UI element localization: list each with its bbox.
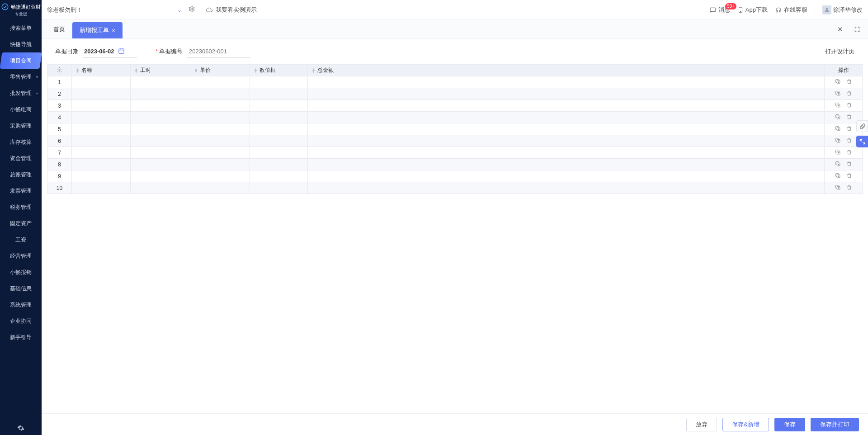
copy-row-icon[interactable] xyxy=(835,126,841,133)
col-total[interactable]: ▲▼总金额 xyxy=(308,65,825,76)
close-icon[interactable]: × xyxy=(112,27,115,34)
cell[interactable] xyxy=(131,147,190,159)
sidebar-item-9[interactable]: 总账管理 xyxy=(0,166,42,183)
chevron-down-icon[interactable]: ⌄ xyxy=(177,7,182,13)
doc-code-input[interactable] xyxy=(187,45,250,58)
cell[interactable] xyxy=(131,100,190,112)
sidebar-item-3[interactable]: 零售管理▾ xyxy=(0,69,42,85)
cell[interactable] xyxy=(190,135,250,147)
discard-button[interactable]: 放弃 xyxy=(686,418,717,431)
sidebar-item-12[interactable]: 固定资产 xyxy=(0,215,42,232)
cell[interactable] xyxy=(308,112,825,123)
sidebar-item-18[interactable]: 企业协同 xyxy=(0,313,42,329)
sidebar-item-4[interactable]: 批发管理▾ xyxy=(0,85,42,101)
cell[interactable] xyxy=(308,100,825,112)
cell[interactable] xyxy=(250,135,308,147)
col-time[interactable]: ▲▼工时 xyxy=(131,65,190,76)
cell[interactable] xyxy=(250,76,308,88)
cell[interactable] xyxy=(72,135,131,147)
sidebar-settings[interactable] xyxy=(0,421,42,435)
cell[interactable] xyxy=(308,159,825,170)
sidebar-item-5[interactable]: 小畅电商 xyxy=(0,101,42,118)
cell[interactable] xyxy=(72,100,131,112)
sidebar-item-10[interactable]: 发票管理 xyxy=(0,183,42,199)
cell[interactable] xyxy=(131,123,190,135)
cell[interactable] xyxy=(72,76,131,88)
cell[interactable] xyxy=(250,159,308,170)
sidebar-item-6[interactable]: 采购管理 xyxy=(0,118,42,134)
col-name[interactable]: ▲▼名称 xyxy=(72,65,131,76)
delete-row-icon[interactable] xyxy=(846,79,852,86)
online-support[interactable]: 在线客服 xyxy=(775,6,807,14)
user-menu[interactable]: 徐泽华修改 xyxy=(822,5,863,14)
cell[interactable] xyxy=(72,88,131,100)
cell[interactable] xyxy=(72,147,131,159)
cell[interactable] xyxy=(190,76,250,88)
cell[interactable] xyxy=(72,170,131,182)
copy-row-icon[interactable] xyxy=(835,79,841,86)
sidebar-item-17[interactable]: 系统管理 xyxy=(0,297,42,313)
cell[interactable] xyxy=(250,123,308,135)
cell[interactable] xyxy=(72,112,131,123)
save-new-button[interactable]: 保存&新增 xyxy=(722,418,769,431)
save-print-button[interactable]: 保存并打印 xyxy=(811,418,859,431)
cell[interactable] xyxy=(131,182,190,194)
delete-row-icon[interactable] xyxy=(846,126,852,133)
app-download[interactable]: App下载 xyxy=(737,6,768,14)
sidebar-item-8[interactable]: 资金管理 xyxy=(0,150,42,166)
cell[interactable] xyxy=(72,159,131,170)
copy-row-icon[interactable] xyxy=(835,137,841,145)
copy-row-icon[interactable] xyxy=(835,149,841,156)
delete-row-icon[interactable] xyxy=(846,137,852,145)
cell[interactable] xyxy=(131,76,190,88)
org-settings-icon[interactable] xyxy=(188,5,195,14)
cell[interactable] xyxy=(190,123,250,135)
cell[interactable] xyxy=(190,100,250,112)
sidebar-item-7[interactable]: 库存核算 xyxy=(0,134,42,150)
col-config[interactable] xyxy=(47,65,72,76)
col-price[interactable]: ▲▼单价 xyxy=(190,65,250,76)
save-button[interactable]: 保存 xyxy=(774,418,805,431)
col-num[interactable]: ▲▼数值框 xyxy=(250,65,308,76)
delete-row-icon[interactable] xyxy=(846,184,852,192)
cell[interactable] xyxy=(250,170,308,182)
cell[interactable] xyxy=(250,88,308,100)
cell[interactable] xyxy=(308,170,825,182)
fullscreen-icon[interactable] xyxy=(851,23,863,36)
sidebar-item-2[interactable]: 项目合同 xyxy=(0,52,42,69)
cell[interactable] xyxy=(131,135,190,147)
close-all-tabs[interactable]: ✕ xyxy=(834,23,846,36)
cell[interactable] xyxy=(190,112,250,123)
cell[interactable] xyxy=(250,100,308,112)
doc-date-input[interactable]: 2023-06-02 xyxy=(83,46,137,58)
cell[interactable] xyxy=(190,170,250,182)
cell[interactable] xyxy=(308,88,825,100)
calendar-icon[interactable] xyxy=(118,47,125,56)
cell[interactable] xyxy=(250,182,308,194)
copy-row-icon[interactable] xyxy=(835,90,841,98)
delete-row-icon[interactable] xyxy=(846,90,852,98)
cell[interactable] xyxy=(131,159,190,170)
cell[interactable] xyxy=(308,135,825,147)
copy-row-icon[interactable] xyxy=(835,102,841,109)
messages[interactable]: 消息 99+ xyxy=(709,6,730,14)
delete-row-icon[interactable] xyxy=(846,173,852,180)
org-selector[interactable]: 徐老板勿删！ xyxy=(47,6,137,14)
cell[interactable] xyxy=(308,76,825,88)
cell[interactable] xyxy=(72,182,131,194)
cell[interactable] xyxy=(131,112,190,123)
tab-new-work-order[interactable]: 新增报工单 × xyxy=(72,22,123,38)
cell[interactable] xyxy=(190,147,250,159)
delete-row-icon[interactable] xyxy=(846,102,852,109)
delete-row-icon[interactable] xyxy=(846,149,852,156)
cell[interactable] xyxy=(131,88,190,100)
sidebar-item-19[interactable]: 新手引导 xyxy=(0,329,42,345)
delete-row-icon[interactable] xyxy=(846,161,852,168)
sidebar-item-16[interactable]: 基础信息 xyxy=(0,280,42,297)
cell[interactable] xyxy=(250,112,308,123)
sidebar-item-1[interactable]: 快捷导航 xyxy=(0,36,42,52)
copy-row-icon[interactable] xyxy=(835,173,841,180)
sidebar-item-14[interactable]: 经营管理 xyxy=(0,248,42,264)
cell[interactable] xyxy=(190,182,250,194)
cell[interactable] xyxy=(190,88,250,100)
